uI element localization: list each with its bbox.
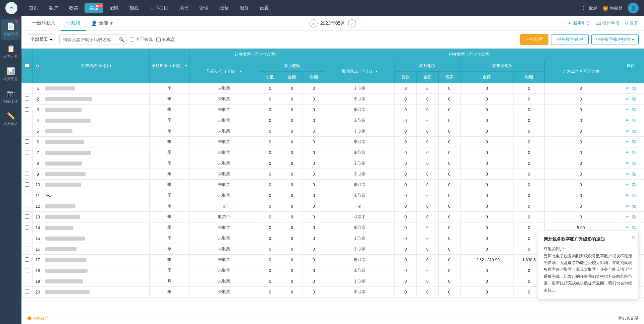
date-next-btn[interactable]: › xyxy=(348,19,356,27)
copy-icon[interactable]: ⧉ xyxy=(632,193,636,198)
nav-message[interactable]: 消息 xyxy=(174,3,193,13)
row-checkbox[interactable] xyxy=(25,225,29,230)
row-checkbox[interactable] xyxy=(25,107,29,112)
member-btn[interactable]: 👑 购会员 xyxy=(603,5,623,11)
search-input[interactable] xyxy=(59,34,126,45)
row-checkbox[interactable] xyxy=(25,129,29,133)
edit-icon[interactable]: ✏ xyxy=(626,107,630,113)
copy-icon[interactable]: ⧉ xyxy=(632,225,636,231)
one-click-fetch-btn[interactable]: 一键取票 xyxy=(520,34,548,45)
nav-home[interactable]: 首页 xyxy=(24,3,43,13)
row-checkbox[interactable] xyxy=(25,204,29,208)
copy-icon[interactable]: ⧉ xyxy=(632,96,636,102)
tab-small-scale[interactable]: 小规模 xyxy=(61,16,86,31)
checkbox-tax-disk[interactable]: 有税盘 xyxy=(156,37,175,43)
copy-icon[interactable]: ⧉ xyxy=(632,107,636,113)
row-checkbox[interactable] xyxy=(25,172,29,176)
edit-icon[interactable]: ✏ xyxy=(626,118,630,123)
row-checkbox[interactable] xyxy=(25,214,29,219)
nav-tax[interactable]: 报税 xyxy=(125,3,144,13)
row-checkbox[interactable] xyxy=(25,118,29,122)
edit-icon[interactable]: ✏ xyxy=(626,85,630,91)
copy-icon[interactable]: ⧉ xyxy=(632,139,636,145)
tab-general-taxpayer[interactable]: 一般纳税人 xyxy=(27,16,61,31)
copy-icon[interactable]: ⧉ xyxy=(632,160,636,166)
nav-invoice[interactable]: 票据 new xyxy=(85,3,103,13)
col-name-header[interactable]: 客户名称(全部) ▾ xyxy=(43,49,150,83)
nav-settings[interactable]: 设置 xyxy=(255,3,274,13)
edit-icon[interactable]: ✏ xyxy=(626,150,630,155)
nav-service[interactable]: 服务 xyxy=(235,3,254,13)
row-ytd-cell: 0 xyxy=(545,137,617,147)
edit-icon[interactable]: ✏ xyxy=(626,193,630,198)
col-period-header[interactable]: 纳税期限（全部） ▾ xyxy=(150,49,189,83)
check-tax-disk[interactable] xyxy=(156,38,161,42)
edit-icon[interactable]: ✏ xyxy=(626,182,630,188)
checkbox-sub-account[interactable]: 名下账套 xyxy=(130,37,153,43)
col-out-status-header[interactable]: 取票状态（全部） ▾ xyxy=(325,60,395,83)
new-guide-btn[interactable]: ✦ 新手引导 xyxy=(568,20,590,26)
row-checkbox[interactable] xyxy=(25,257,29,262)
row-checkbox[interactable] xyxy=(25,161,29,165)
edit-icon[interactable]: ✏ xyxy=(626,214,630,220)
digital-account-ops-btn[interactable]: 税务数字账户操作 ▾ xyxy=(591,34,639,45)
edit-icon[interactable]: ✏ xyxy=(626,96,630,102)
sidebar-item-entry[interactable]: ✏️ 票据录入 xyxy=(1,109,20,130)
nav-operation[interactable]: 经营 xyxy=(215,3,233,13)
sidebar-item-smart-fetch[interactable]: 📄 智能取票 xyxy=(1,19,20,40)
row-in-count-cell: 0 xyxy=(259,158,281,169)
employee-select[interactable]: 全部员工 ▾ xyxy=(27,34,56,45)
row-checkbox[interactable] xyxy=(25,182,29,187)
copy-icon[interactable]: ⧉ xyxy=(632,85,636,91)
row-name-cell: tEa xyxy=(43,190,150,201)
copy-icon[interactable]: ⧉ xyxy=(632,118,636,123)
edit-icon[interactable]: ✏ xyxy=(626,203,630,209)
copy-icon[interactable]: ⧉ xyxy=(632,203,636,209)
tab-all[interactable]: 👤 全能 ▾ xyxy=(86,16,118,31)
refresh-btn[interactable]: ↺ 刷新 xyxy=(625,20,639,26)
sidebar-item-summary[interactable]: 📊 票据汇总 xyxy=(1,64,20,85)
search-button[interactable]: 🔍 xyxy=(119,37,124,42)
nav-accounting[interactable]: 记账 xyxy=(105,3,123,13)
user-avatar[interactable]: 👤 xyxy=(628,3,639,13)
row-checkbox[interactable] xyxy=(25,289,29,294)
edit-icon[interactable]: ✏ xyxy=(626,139,630,145)
copy-icon[interactable]: ⧉ xyxy=(632,150,636,155)
row-q-amount-cell: 0 xyxy=(460,222,513,233)
date-prev-btn[interactable]: ‹ xyxy=(310,19,318,27)
edit-icon[interactable]: ✏ xyxy=(626,225,630,231)
copy-icon[interactable]: ⧉ xyxy=(632,128,636,134)
edit-icon[interactable]: ✏ xyxy=(626,160,630,166)
client-name-blurred: ████████ xyxy=(45,269,88,273)
row-checkbox[interactable] xyxy=(25,150,29,154)
col-in-status-header[interactable]: 取票状态（全部） ▾ xyxy=(189,60,259,83)
select-all-checkbox[interactable] xyxy=(25,63,29,68)
row-checkbox[interactable] xyxy=(25,86,29,90)
row-checkbox[interactable] xyxy=(25,139,29,144)
row-checkbox[interactable] xyxy=(25,96,29,101)
row-checkbox[interactable] xyxy=(25,236,29,240)
tax-policy-link[interactable]: 🔶 税务政策 xyxy=(27,316,49,321)
nav-receive[interactable]: 收票 xyxy=(64,3,83,13)
nav-customer[interactable]: 客户 xyxy=(44,3,63,13)
row-actions: ✏ ⧉ xyxy=(619,182,642,188)
nav-business[interactable]: 工商项目 xyxy=(145,3,173,13)
edit-icon[interactable]: ✏ xyxy=(626,171,630,177)
manual-btn[interactable]: 📖 操作手册 xyxy=(596,20,620,26)
fullscreen-btn[interactable]: ⛶ 全屏 xyxy=(583,5,597,11)
row-checkbox[interactable] xyxy=(25,193,29,197)
copy-icon[interactable]: ⧉ xyxy=(632,214,636,220)
sidebar-item-scan[interactable]: 📷 扫描上传 xyxy=(1,86,20,107)
copy-icon[interactable]: ⧉ xyxy=(632,182,636,188)
sidebar-item-open-invoice[interactable]: 📋 发票开具 xyxy=(1,41,20,62)
check-sub-account[interactable] xyxy=(130,38,134,42)
row-checkbox[interactable] xyxy=(25,268,29,272)
row-out-amount-cell: 0 xyxy=(417,233,438,244)
digital-account-btn[interactable]: 税务数字账户 xyxy=(551,34,589,45)
nav-manage[interactable]: 管理 xyxy=(195,3,213,13)
copy-icon[interactable]: ⧉ xyxy=(632,171,636,177)
notif-close-btn[interactable]: × xyxy=(632,233,635,242)
row-checkbox[interactable] xyxy=(25,247,29,251)
row-checkbox[interactable] xyxy=(25,279,29,283)
edit-icon[interactable]: ✏ xyxy=(626,128,630,134)
